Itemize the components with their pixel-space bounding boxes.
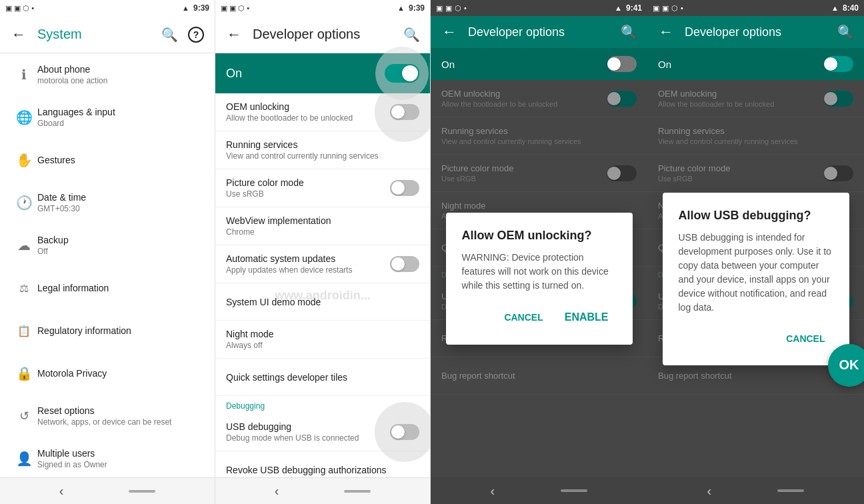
running-subtitle-middle: View and control currently running servi… <box>226 151 419 161</box>
time-middle: 9:39 <box>409 3 425 13</box>
on-header-r1: On <box>431 48 647 80</box>
system-ui-demo-middle[interactable]: System UI demo mode <box>215 283 430 321</box>
notif-icons-middle: ▣ ▣ ⬡ • <box>221 4 249 13</box>
oem-title-middle: OEM unlocking <box>226 101 390 112</box>
back-icon-r2[interactable]: ← <box>658 24 674 40</box>
nav-bar-left: ‹ <box>0 477 215 504</box>
webview-middle[interactable]: WebView implementation Chrome <box>215 207 430 245</box>
usb-debug-middle[interactable]: USB debugging Debug mode when USB is con… <box>215 413 430 451</box>
auto-subtitle-middle: Apply updates when device restarts <box>226 265 390 275</box>
back-icon-left[interactable]: ← <box>11 27 27 43</box>
users-icon: 👤 <box>11 445 37 472</box>
privacy-title: Motorola Privacy <box>37 368 204 379</box>
usb-subtitle-middle: Debug mode when USB is connected <box>226 433 390 443</box>
gestures-icon: ✋ <box>11 147 37 173</box>
sidebar-item-motorola-privacy[interactable]: 🔒 Motorola Privacy <box>0 352 215 395</box>
search-icon-r2[interactable]: 🔍 <box>837 24 853 40</box>
auto-updates-middle[interactable]: Automatic system updates Apply updates w… <box>215 245 430 283</box>
system-panel: ▣ ▣ ⬡ • ▲ 9:39 ← System 🔍 ? ℹ About phon… <box>0 0 215 504</box>
sidebar-item-legal[interactable]: ⚖ Legal information <box>0 267 215 309</box>
about-title: About phone <box>37 64 204 75</box>
sidebar-item-users[interactable]: 👤 Multiple users Signed in as Owner <box>0 437 215 477</box>
dialog-enable-r1[interactable]: Enable <box>557 306 617 329</box>
sidebar-item-reset[interactable]: ↺ Reset options Network, apps, or device… <box>0 395 215 437</box>
datetime-icon: 🕐 <box>11 189 37 216</box>
quick-settings-middle[interactable]: Quick settings developer tiles <box>215 359 430 396</box>
auto-toggle-middle[interactable] <box>390 256 419 272</box>
search-icon-left[interactable]: 🔍 <box>161 27 177 43</box>
night-title-middle: Night mode <box>226 329 419 339</box>
on-toggle-r1[interactable] <box>607 56 637 72</box>
nav-back-r2[interactable]: ‹ <box>707 483 712 499</box>
sidebar-item-regulatory[interactable]: 📋 Regulatory information <box>0 309 215 352</box>
top-bar-r1: ← Developer options 🔍 <box>431 16 647 48</box>
languages-subtitle: Gboard <box>37 119 204 128</box>
developer-panel-middle: ▣ ▣ ⬡ • ▲ 9:39 ← Developer options 🔍 On … <box>215 0 431 504</box>
privacy-icon: 🔒 <box>11 360 37 387</box>
oem-item-middle[interactable]: OEM unlocking Allow the bootloader to be… <box>215 93 430 131</box>
settings-area-r1: OEM unlocking Allow the bootloader to be… <box>431 80 647 477</box>
oem-toggle-area[interactable] <box>390 104 419 120</box>
dialog-overlay-r1: Allow OEM unlocking? WARNING: Device pro… <box>431 80 647 477</box>
regulatory-title: Regulatory information <box>37 325 204 336</box>
title-r2: Developer options <box>685 25 827 39</box>
legal-title: Legal information <box>37 283 204 293</box>
toggle-area-middle[interactable] <box>385 64 419 83</box>
usb-toggle-middle[interactable] <box>390 424 419 440</box>
on-toggle-r2[interactable] <box>824 56 853 72</box>
status-right-middle: ▲ 9:39 <box>397 3 425 13</box>
nav-back-left[interactable]: ‹ <box>59 483 64 499</box>
legal-icon: ⚖ <box>11 275 37 301</box>
back-icon-r1[interactable]: ← <box>441 24 457 40</box>
about-icon: ℹ <box>11 61 37 88</box>
nav-indicator-middle <box>344 490 371 493</box>
sidebar-item-datetime[interactable]: 🕐 Date & time GMT+05:30 <box>0 181 215 224</box>
sidebar-item-gestures[interactable]: ✋ Gestures <box>0 139 215 181</box>
on-label-r2: On <box>658 59 671 70</box>
search-icon-r1[interactable]: 🔍 <box>621 24 637 40</box>
dialog-cancel-r2[interactable]: Cancel <box>778 328 833 349</box>
sidebar-item-languages[interactable]: 🌐 Languages & input Gboard <box>0 96 215 139</box>
status-icons-left: ▣ ▣ ⬡ • <box>5 4 34 13</box>
dialog-cancel-r1[interactable]: Cancel <box>496 306 551 329</box>
nav-indicator-r1 <box>561 489 587 492</box>
reset-subtitle: Network, apps, or device can be reset <box>37 417 204 427</box>
status-bar-r1: ▣▣⬡• ▲ 9:41 <box>431 0 647 16</box>
picture-title-middle: Picture color mode <box>226 177 390 188</box>
developer-title-middle: Developer options <box>253 27 393 42</box>
wifi-icon-left: ▲ <box>182 4 189 12</box>
oem-toggle-middle[interactable] <box>390 104 419 120</box>
wifi-r2: ▲ <box>831 4 839 12</box>
notification-icons: ▣ ▣ ⬡ • <box>5 4 34 13</box>
nav-back-middle[interactable]: ‹ <box>275 483 279 499</box>
datetime-subtitle: GMT+05:30 <box>37 204 204 213</box>
dialog-overlay-r2: Allow USB debugging? USB debugging is in… <box>647 80 864 477</box>
picture-color-middle[interactable]: Picture color mode Use sRGB <box>215 169 430 207</box>
sidebar-item-backup[interactable]: ☁ Backup Off <box>0 224 215 267</box>
nav-back-r1[interactable]: ‹ <box>491 483 495 499</box>
about-subtitle: motorola one action <box>37 76 204 85</box>
back-icon-middle[interactable]: ← <box>226 27 242 43</box>
search-icon-middle[interactable]: 🔍 <box>403 27 419 43</box>
webview-subtitle-middle: Chrome <box>226 227 419 237</box>
webview-title-middle: WebView implementation <box>226 215 419 226</box>
time-r1: 9:41 <box>626 3 642 13</box>
picture-toggle-middle[interactable] <box>390 180 419 196</box>
sidebar-list: ℹ About phone motorola one action 🌐 Lang… <box>0 53 215 477</box>
on-header-middle: On <box>215 53 430 93</box>
time-left: 9:39 <box>193 3 209 13</box>
backup-title: Backup <box>37 235 204 245</box>
status-bar-middle: ▣ ▣ ⬡ • ▲ 9:39 <box>215 0 430 16</box>
usb-toggle-area[interactable] <box>390 424 419 440</box>
dialog-ok-r2[interactable]: OK <box>828 344 865 387</box>
status-right-r1: ▲ 9:41 <box>615 3 642 13</box>
oem-dialog: Allow OEM unlocking? WARNING: Device pro… <box>446 213 633 345</box>
backup-subtitle: Off <box>37 247 204 256</box>
on-toggle-middle[interactable] <box>385 64 419 83</box>
night-mode-middle[interactable]: Night mode Always off <box>215 321 430 359</box>
help-icon-left[interactable]: ? <box>188 27 204 43</box>
sidebar-item-about[interactable]: ℹ About phone motorola one action <box>0 53 215 96</box>
system-ui-title-middle: System UI demo mode <box>226 297 419 307</box>
nav-bar-middle: ‹ <box>215 477 430 504</box>
system-title: System <box>37 27 151 42</box>
